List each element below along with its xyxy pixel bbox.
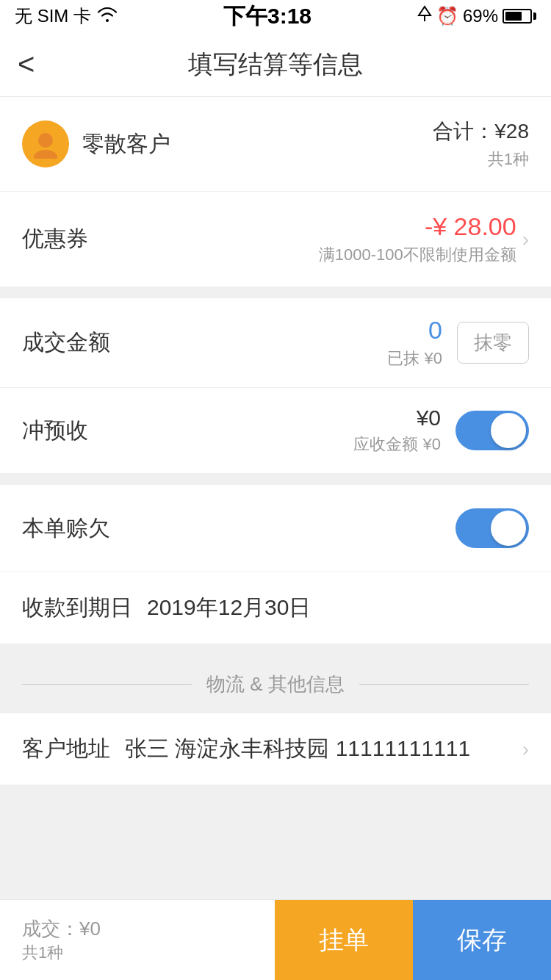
save-button[interactable]: 保存 (413, 900, 551, 981)
bottom-count: 共1种 (22, 942, 253, 964)
customer-total: 合计：¥28 共1种 (433, 118, 529, 170)
address-chevron-icon: › (522, 738, 529, 761)
coupon-amount: -¥ 28.00 (319, 212, 516, 241)
wifi-icon (97, 6, 118, 26)
prereceive-amount: ¥0 (353, 406, 441, 430)
total-count: 共1种 (433, 148, 529, 170)
nav-bar: < 填写结算等信息 (0, 32, 551, 97)
prereceive-toggle[interactable] (455, 411, 529, 450)
debt-toggle-knob (491, 511, 526, 546)
customer-row: 零散客户 合计：¥28 共1种 (0, 97, 551, 191)
status-time: 下午3:18 (223, 1, 311, 32)
divider-line-left (22, 684, 192, 685)
debt-section: 本单赊欠 收款到期日 2019年12月30日 (0, 485, 551, 644)
address-left: 客户地址 张三 海淀永丰科技园 11111111111 (22, 734, 470, 764)
customer-section: 零散客户 合计：¥28 共1种 优惠券 -¥ 28.00 满1000-100不限… (0, 97, 551, 287)
amount-right: 0 已抹 ¥0 抹零 (387, 316, 529, 370)
amount-input-area: 0 已抹 ¥0 (387, 316, 442, 370)
amount-sub: 已抹 ¥0 (387, 347, 442, 370)
due-date-label: 收款到期日 (22, 593, 132, 623)
address-value: 张三 海淀永丰科技园 11111111111 (125, 734, 470, 764)
back-button[interactable]: < (18, 48, 35, 81)
svg-point-0 (38, 133, 53, 148)
address-label: 客户地址 (22, 734, 110, 764)
address-section: 客户地址 张三 海淀永丰科技园 11111111111 › (0, 713, 551, 785)
page-title: 填写结算等信息 (188, 48, 363, 82)
prereceive-sub: 应收金额 ¥0 (353, 433, 441, 455)
coupon-row[interactable]: 优惠券 -¥ 28.00 满1000-100不限制使用金额 › (0, 191, 551, 287)
round-button[interactable]: 抹零 (457, 322, 529, 364)
due-date-value[interactable]: 2019年12月30日 (147, 593, 311, 623)
battery-icon (503, 9, 536, 24)
prereceive-right: ¥0 应收金额 ¥0 (353, 406, 529, 455)
status-left: 无 SIM 卡 (15, 4, 118, 28)
coupon-desc: 满1000-100不限制使用金额 (319, 244, 516, 266)
logistics-section: 物流 & 其他信息 (0, 655, 551, 713)
debt-label: 本单赊欠 (22, 514, 110, 544)
address-row[interactable]: 客户地址 张三 海淀永丰科技园 11111111111 › (0, 713, 551, 785)
toggle-knob (491, 413, 526, 448)
customer-left: 零散客户 (22, 120, 170, 167)
bottom-left: 成交：¥0 共1种 (0, 916, 275, 964)
debt-toggle[interactable] (455, 508, 529, 548)
status-bar: 无 SIM 卡 下午3:18 ⏰ 69% (0, 0, 551, 32)
logistics-label: 物流 & 其他信息 (206, 671, 345, 697)
sim-status: 无 SIM 卡 (15, 4, 91, 28)
battery-label: 69% (463, 6, 498, 26)
bottom-deal-label: 成交：¥0 (22, 916, 253, 942)
logistics-divider: 物流 & 其他信息 (0, 655, 551, 713)
prereceive-row: 冲预收 ¥0 应收金额 ¥0 (0, 387, 551, 473)
bottom-deal-amount: ¥0 (79, 918, 101, 940)
amount-value[interactable]: 0 (387, 316, 442, 345)
amount-label: 成交金额 (22, 328, 110, 358)
avatar (22, 120, 69, 167)
debt-row: 本单赊欠 (0, 485, 551, 572)
coupon-chevron-icon: › (522, 228, 529, 251)
status-right: ⏰ 69% (417, 5, 536, 27)
customer-name: 零散客户 (82, 129, 170, 159)
prereceive-info: ¥0 应收金额 ¥0 (353, 406, 441, 455)
date-row: 收款到期日 2019年12月30日 (0, 572, 551, 644)
bottom-bar: 成交：¥0 共1种 挂单 保存 (0, 899, 551, 980)
hold-button[interactable]: 挂单 (275, 900, 413, 981)
alarm-icon: ⏰ (436, 6, 458, 26)
svg-point-1 (34, 150, 57, 159)
location-icon (417, 5, 432, 27)
coupon-info: -¥ 28.00 满1000-100不限制使用金额 (319, 212, 516, 266)
transaction-section: 成交金额 0 已抹 ¥0 抹零 冲预收 ¥0 应收金额 ¥0 (0, 298, 551, 473)
prereceive-label: 冲预收 (22, 416, 88, 446)
coupon-right: -¥ 28.00 满1000-100不限制使用金额 › (319, 212, 529, 266)
total-amount: 合计：¥28 (433, 118, 529, 145)
coupon-label: 优惠券 (22, 224, 88, 254)
amount-row: 成交金额 0 已抹 ¥0 抹零 (0, 298, 551, 387)
divider-line-right (359, 684, 529, 685)
